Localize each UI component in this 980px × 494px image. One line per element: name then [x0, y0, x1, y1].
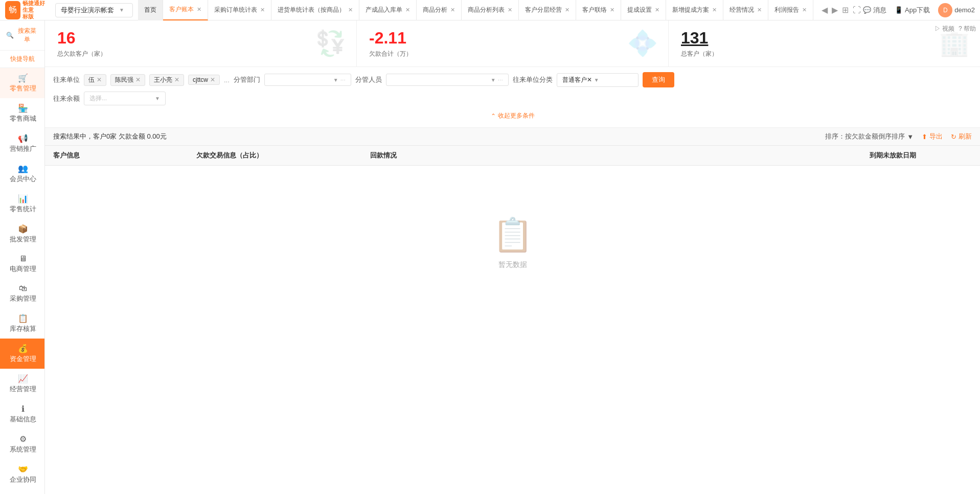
balance-select[interactable]: 选择... ▼	[84, 92, 166, 105]
close-tab-customer-tier[interactable]: ✕	[565, 7, 569, 13]
marketing-icon: 📢	[18, 133, 28, 143]
nav-fullscreen[interactable]: ⛶	[851, 6, 863, 15]
close-tab-product-analysis-list[interactable]: ✕	[508, 7, 512, 13]
sidebar-item-collaboration[interactable]: 🤝企业协同	[0, 459, 44, 489]
sidebar-item-inventory[interactable]: 📋库存核算	[0, 308, 44, 339]
filter-area: 往来单位 伍 ✕ 陈民强 ✕ 王小亮 ✕ cjttcw	[45, 67, 980, 128]
help-link[interactable]: ? 帮助	[959, 25, 976, 33]
sidebar-item-retail-stats[interactable]: 📊零售统计	[0, 189, 44, 219]
sort-button[interactable]: 排序：按欠款金额倒序排序 ▼	[825, 132, 914, 141]
export-button[interactable]: ⬆ 导出	[922, 132, 943, 141]
sidebar-item-purchase[interactable]: 🛍采购管理	[0, 279, 44, 308]
remove-tag-cjttcw[interactable]: ✕	[210, 76, 215, 83]
wholesale-icon: 📦	[18, 224, 28, 234]
sidebar-item-marketing[interactable]: 📢营销推广	[0, 128, 44, 159]
dept-chevron: ▼	[333, 77, 338, 83]
filter-more-tags[interactable]: ...	[224, 76, 230, 84]
close-tab-finished-goods[interactable]: ✕	[405, 7, 410, 13]
table-container: 客户信息 欠款交易信息（占比） 回款情况 到期未放款日期 📋 暂无数据	[45, 146, 980, 494]
search-menu-btn[interactable]: 🔍 搜索菜单	[4, 25, 40, 46]
nav-expand[interactable]: ⊞	[840, 5, 851, 15]
nav-tab-add-commission[interactable]: 新增提成方案✕	[666, 0, 723, 20]
sidebar-item-guide[interactable]: 🎯新手引导	[0, 489, 44, 494]
stat-icon-amount: 💠	[627, 29, 658, 58]
category-select[interactable]: 普通客户 ✕ ▼	[557, 73, 639, 87]
nav-tab-purchase-by-product[interactable]: 进货单统计表（按商品）✕	[271, 0, 359, 20]
remove-tag-chen[interactable]: ✕	[135, 76, 141, 83]
close-tab-profit-report[interactable]: ✕	[802, 7, 807, 13]
nav-tab-product-analysis[interactable]: 商品分析✕	[417, 0, 462, 20]
finance-icon: 💰	[18, 344, 28, 353]
sidebar-item-retail-mall[interactable]: 🏪零售商城	[0, 98, 44, 128]
nav-tab-customer-ledger[interactable]: 客户账本✕	[163, 0, 208, 20]
stat-icon-total: 🏢	[939, 29, 970, 58]
remove-tag-wang[interactable]: ✕	[174, 76, 179, 83]
nav-tab-retail-profit[interactable]: 零售利润✕	[813, 0, 819, 20]
video-link[interactable]: ▷ 视频	[935, 25, 954, 33]
tenant-selector[interactable]: 母婴行业演示帐套 ▼	[55, 3, 133, 17]
nav-tab-purchase-order-stats[interactable]: 采购订单统计表✕	[208, 0, 271, 20]
app-download-btn[interactable]: 📱 App下载	[895, 6, 930, 15]
close-tab-product-analysis[interactable]: ✕	[450, 7, 455, 13]
sidebar-item-operation[interactable]: 📈经营管理	[0, 369, 44, 399]
dept-select[interactable]: ▼ ···	[264, 74, 351, 86]
sidebar-item-ecommerce[interactable]: 🖥电商管理	[0, 249, 44, 279]
query-button[interactable]: 查询	[643, 72, 674, 87]
nav-tabs: 首页客户账本✕采购订单统计表✕进货单统计表（按商品）✕产成品入库单✕商品分析✕商…	[138, 0, 819, 20]
unit-label: 往来单位	[53, 75, 80, 84]
sidebar-item-label-basic-info: 基础信息	[10, 415, 36, 424]
filter-row-2: 往来余额 选择... ▼	[53, 92, 972, 105]
nav-tab-finished-goods[interactable]: 产成品入库单✕	[359, 0, 417, 20]
dept-clear[interactable]: ···	[340, 76, 346, 83]
nav-tab-home[interactable]: 首页	[138, 0, 163, 20]
person-clear[interactable]: ···	[498, 76, 503, 83]
sidebar-item-member[interactable]: 👥会员中心	[0, 159, 44, 189]
sidebar-item-label-retail: 零售管理	[10, 84, 36, 93]
quick-nav-btn[interactable]: 快捷导航	[0, 51, 44, 68]
close-tab-commission-settings[interactable]: ✕	[655, 7, 659, 13]
category-chevron: ▼	[594, 77, 599, 83]
retail-stats-icon: 📊	[18, 194, 28, 204]
message-btn[interactable]: 💬 消息	[863, 6, 886, 15]
result-actions: 排序：按欠款金额倒序排序 ▼ ⬆ 导出 ↻ 刷新	[825, 132, 972, 141]
remove-category[interactable]: ✕	[587, 76, 592, 83]
table-header: 客户信息 欠款交易信息（占比） 回款情况 到期未放款日期	[45, 146, 980, 166]
stat-value-customers: 16	[57, 29, 76, 48]
remove-tag-wu[interactable]: ✕	[97, 76, 102, 83]
sidebar-item-basic-info[interactable]: ℹ基础信息	[0, 399, 44, 429]
close-tab-business-status[interactable]: ✕	[757, 7, 762, 13]
collapse-filter-btn[interactable]: ⌃ 收起更多条件	[485, 109, 541, 122]
nav-tab-commission-settings[interactable]: 提成设置✕	[621, 0, 666, 20]
sidebar-items: 🛒零售管理🏪零售商城📢营销推广👥会员中心📊零售统计📦批发管理🖥电商管理🛍采购管理…	[0, 68, 44, 494]
user-menu[interactable]: D demo2	[938, 3, 975, 17]
close-tab-purchase-by-product[interactable]: ✕	[348, 7, 353, 13]
close-tab-purchase-order-stats[interactable]: ✕	[260, 7, 265, 13]
inventory-icon: 📋	[18, 313, 28, 323]
logo-text: 畅捷通好生意 标版	[22, 0, 50, 20]
nav-tab-business-status[interactable]: 经营情况✕	[723, 0, 768, 20]
sidebar-item-retail[interactable]: 🛒零售管理	[0, 68, 44, 98]
nav-scroll-left[interactable]: ◀	[819, 5, 830, 15]
person-select[interactable]: ▼ ···	[386, 74, 509, 86]
nav-tab-profit-report[interactable]: 利润报告✕	[768, 0, 813, 20]
search-icon: 🔍	[6, 32, 14, 39]
person-chevron: ▼	[491, 77, 496, 83]
refresh-button[interactable]: ↻ 刷新	[951, 132, 972, 141]
filter-tag-cjttcw: cjttcw ✕	[188, 75, 220, 85]
operation-icon: 📈	[18, 374, 28, 384]
nav-scroll-right[interactable]: ▶	[830, 5, 840, 15]
sidebar-item-label-member: 会员中心	[10, 174, 36, 184]
sidebar-item-label-ecommerce: 电商管理	[10, 264, 36, 274]
collaboration-icon: 🤝	[18, 464, 28, 474]
nav-tab-customer-contact[interactable]: 客户联络✕	[576, 0, 621, 20]
sidebar-item-system[interactable]: ⚙系统管理	[0, 429, 44, 459]
collapse-icon: ⌃	[491, 113, 496, 120]
filter-row-1: 往来单位 伍 ✕ 陈民强 ✕ 王小亮 ✕ cjttcw	[53, 72, 972, 87]
nav-tab-customer-tier[interactable]: 客户分层经营✕	[519, 0, 576, 20]
close-tab-add-commission[interactable]: ✕	[712, 7, 717, 13]
nav-tab-product-analysis-list[interactable]: 商品分析列表✕	[462, 0, 519, 20]
close-tab-customer-contact[interactable]: ✕	[610, 7, 614, 13]
sidebar-item-finance[interactable]: 💰资金管理	[0, 339, 44, 369]
close-tab-customer-ledger[interactable]: ✕	[197, 6, 201, 13]
sidebar-item-wholesale[interactable]: 📦批发管理	[0, 219, 44, 249]
